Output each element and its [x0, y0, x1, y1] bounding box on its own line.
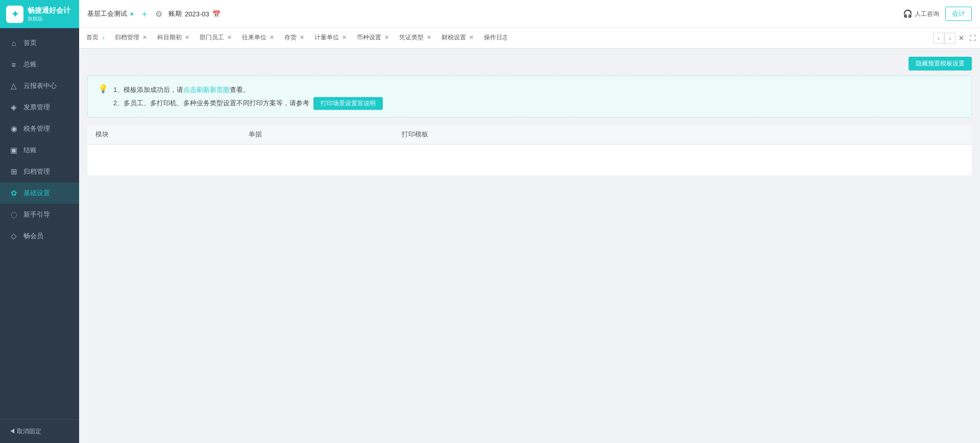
notice-line1-prefix: 1、模板添加成功后，请	[113, 86, 183, 94]
notice-refresh-link[interactable]: 点击刷新新页面	[183, 86, 230, 94]
tab-voucher-type[interactable]: 凭证类型✕	[394, 28, 436, 49]
tab-label-unit: 计量单位	[314, 33, 339, 42]
tabs-next-button[interactable]: ›	[944, 33, 955, 44]
tab-close-currency[interactable]: ✕	[384, 34, 389, 41]
period-selector[interactable]: 账期 2023-03 📅	[168, 9, 220, 18]
service-label: 人工咨询	[915, 10, 939, 18]
sidebar-item-archive[interactable]: ⊞归档管理	[0, 161, 79, 182]
tab-contacts[interactable]: 往来单位✕	[237, 28, 279, 49]
lightbulb-icon: 💡	[98, 84, 108, 94]
print-scene-button[interactable]: 打印场景设置宣说明	[313, 97, 383, 110]
tabs-prev-button[interactable]: ‹	[933, 33, 944, 44]
nav-icon-archive: ⊞	[9, 167, 18, 176]
tab-department[interactable]: 部门员工✕	[194, 28, 237, 49]
notice-content: 1、模板添加成功后，请点击刷新新页面查看。 2、多员工、多打印机、多种业务类型设…	[113, 83, 383, 110]
hide-preview-container: 隐藏预置模板设置	[87, 57, 972, 71]
nav-label-reports: 云报表中心	[23, 81, 57, 90]
nav-icon-home: ⌂	[9, 39, 18, 48]
tab-label-subjects: 科目期初	[157, 33, 182, 42]
tab-label-contacts: 往来单位	[242, 33, 266, 42]
sidebar-item-home[interactable]: ⌂首页	[0, 32, 79, 54]
tab-label-inventory: 存货	[284, 33, 297, 42]
tab-label-operation-log: 操作日志	[484, 33, 507, 42]
tab-close-tax-settings[interactable]: ✕	[469, 34, 474, 41]
tabs-close-all-button[interactable]: ✕	[955, 33, 967, 44]
tab-operation-log[interactable]: 操作日志✕	[479, 28, 507, 49]
headphone-icon: 🎧	[903, 9, 913, 18]
nav-icon-tax: ◉	[9, 124, 18, 133]
tab-label-voucher-type: 凭证类型	[399, 33, 424, 42]
tab-label-currency: 币种设置	[357, 33, 381, 42]
table-header: 模块 单据 打印模板	[87, 125, 972, 145]
nav-label-member: 畅会员	[23, 231, 43, 241]
nav-label-archive: 归档管理	[23, 167, 50, 176]
tabs-expand-button[interactable]: ⛶	[967, 33, 978, 44]
sidebar-item-member[interactable]: ◇畅会员	[0, 225, 79, 247]
sidebar-item-reports[interactable]: △云报表中心	[0, 75, 79, 97]
tabs-bar: 首页‹归档管理✕科目期初✕部门员工✕往来单位✕存货✕计量单位✕币种设置✕凭证类型…	[79, 28, 980, 49]
company-selector[interactable]: 基层工会测试 ▾	[87, 9, 134, 18]
nav-label-closing: 结账	[23, 146, 37, 155]
tab-tax-settings[interactable]: 财税设置✕	[436, 28, 479, 49]
sidebar-logo: ✦ 畅捷通好会计 旗舰版	[0, 0, 79, 28]
tab-close-department[interactable]: ✕	[227, 34, 232, 41]
tab-label-tax-settings: 财税设置	[442, 33, 466, 42]
hide-preview-button[interactable]: 隐藏预置模板设置	[909, 57, 972, 71]
notice-line1: 1、模板添加成功后，请点击刷新新页面查看。	[113, 83, 383, 97]
sidebar-item-settings[interactable]: ✿基础设置	[0, 182, 79, 204]
tab-home-arrow: ‹	[103, 34, 105, 41]
sidebar-item-tax[interactable]: ◉税务管理	[0, 118, 79, 139]
tab-close-inventory[interactable]: ✕	[300, 34, 304, 41]
sidebar-item-closing[interactable]: ▣结账	[0, 139, 79, 161]
tab-close-archive-mgmt[interactable]: ✕	[142, 34, 147, 41]
tab-close-voucher-type[interactable]: ✕	[427, 34, 431, 41]
service-button[interactable]: 🎧 人工咨询	[903, 9, 939, 18]
data-table: 模块 单据 打印模板	[87, 125, 972, 175]
col-voucher: 单据	[249, 130, 402, 139]
sidebar-item-ledger[interactable]: ≡总账	[0, 54, 79, 75]
company-dropdown-icon[interactable]: ▾	[130, 10, 134, 18]
tab-unit[interactable]: 计量单位✕	[309, 28, 352, 49]
tab-label-home: 首页	[86, 33, 99, 42]
tab-label-department: 部门员工	[200, 33, 224, 42]
kuaiji-button[interactable]: 会计	[945, 7, 972, 21]
nav-icon-guide: ◌	[9, 210, 18, 219]
notice-row: 💡 1、模板添加成功后，请点击刷新新页面查看。 2、多员工、多打印机、多种业务类…	[98, 83, 961, 110]
notice-line1-suffix: 查看。	[230, 86, 250, 94]
topbar: 基层工会测试 ▾ ＋ ⚙ 账期 2023-03 📅 🎧 人工咨询 会计	[79, 0, 980, 28]
nav-icon-member: ◇	[9, 231, 18, 241]
nav-icon-reports: △	[9, 81, 18, 90]
nav-icon-ledger: ≡	[9, 60, 18, 69]
tab-home[interactable]: 首页‹	[81, 28, 110, 49]
main-area: 基层工会测试 ▾ ＋ ⚙ 账期 2023-03 📅 🎧 人工咨询 会计 首页‹归…	[79, 0, 980, 443]
add-company-button[interactable]: ＋	[140, 8, 149, 20]
sidebar-item-guide[interactable]: ◌新手引导	[0, 204, 79, 225]
sidebar: ✦ 畅捷通好会计 旗舰版 ⌂首页≡总账△云报表中心◈发票管理◉税务管理▣结账⊞归…	[0, 0, 79, 443]
nav-label-home: 首页	[23, 38, 37, 48]
logo-icon: ✦	[6, 6, 23, 23]
tab-archive-mgmt[interactable]: 归档管理✕	[110, 28, 152, 49]
tab-label-archive-mgmt: 归档管理	[115, 33, 139, 42]
logo-sub: 旗舰版	[28, 15, 70, 22]
sidebar-item-invoice[interactable]: ◈发票管理	[0, 97, 79, 118]
tab-inventory[interactable]: 存货✕	[279, 28, 309, 49]
col-template: 打印模板	[402, 130, 964, 139]
tab-currency[interactable]: 币种设置✕	[352, 28, 394, 49]
sidebar-nav: ⌂首页≡总账△云报表中心◈发票管理◉税务管理▣结账⊞归档管理✿基础设置◌新手引导…	[0, 28, 79, 419]
unpin-button[interactable]: ◀ 取消固定	[0, 419, 79, 443]
notice-box: 💡 1、模板添加成功后，请点击刷新新页面查看。 2、多员工、多打印机、多种业务类…	[87, 76, 972, 118]
logo-text: 畅捷通好会计	[28, 6, 70, 15]
tab-close-unit[interactable]: ✕	[342, 34, 347, 41]
nav-label-invoice: 发票管理	[23, 103, 50, 112]
notice-line2-prefix: 2、多员工、多打印机、多种业务类型设置不同打印方案等，请参考	[113, 99, 309, 107]
tab-close-contacts[interactable]: ✕	[270, 34, 274, 41]
notice-line2: 2、多员工、多打印机、多种业务类型设置不同打印方案等，请参考 打印场景设置宣说明	[113, 97, 383, 110]
settings-icon[interactable]: ⚙	[155, 9, 162, 19]
nav-icon-invoice: ◈	[9, 103, 18, 112]
nav-icon-closing: ▣	[9, 146, 18, 155]
nav-icon-settings: ✿	[9, 189, 18, 198]
tab-close-subjects[interactable]: ✕	[185, 34, 189, 41]
table-body	[87, 145, 972, 175]
calendar-icon[interactable]: 📅	[212, 10, 220, 18]
tab-subjects[interactable]: 科目期初✕	[152, 28, 194, 49]
